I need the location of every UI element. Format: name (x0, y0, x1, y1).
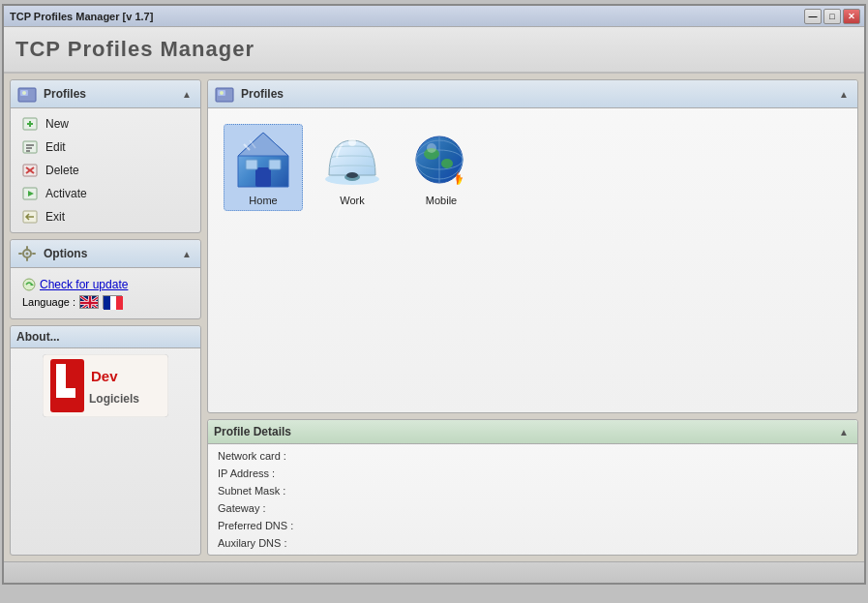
svg-rect-33 (104, 296, 110, 310)
svg-rect-37 (50, 359, 84, 412)
svg-point-61 (441, 159, 453, 168)
options-collapse-button[interactable]: ▲ (179, 246, 195, 261)
main-window: TCP Profiles Manager [v 1.7] — □ ✕ TCP P… (2, 4, 866, 585)
subnet-mask-label: Subnet Mask : (218, 483, 293, 498)
profiles-panel-collapse-button[interactable]: ▲ (836, 86, 852, 102)
status-bar (4, 561, 864, 583)
options-section-header: Options ▲ (11, 240, 200, 268)
window-title: TCP Profiles Manager [v 1.7] (8, 11, 153, 22)
devlogiciels-logo: Dev Logiciels (43, 354, 168, 417)
svg-point-2 (22, 91, 26, 95)
app-title: TCP Profiles Manager (15, 37, 254, 62)
close-button[interactable]: ✕ (843, 9, 860, 24)
check-update-link[interactable]: Check for update (22, 278, 189, 291)
new-menu-item[interactable]: New (13, 112, 198, 136)
preferred-dns-label: Preferred DNS : (218, 518, 293, 533)
activate-menu-item[interactable]: Activate (13, 182, 198, 205)
profiles-panel-header: Profiles ▲ (208, 80, 857, 108)
activate-icon (20, 185, 40, 202)
profiles-section-icon (16, 84, 38, 104)
activate-label: Activate (45, 187, 87, 200)
details-panel-title: Profile Details (214, 425, 291, 438)
svg-marker-46 (238, 133, 288, 156)
subnet-mask-value (301, 483, 848, 498)
flag-fr[interactable] (103, 295, 122, 309)
about-section: About... Dev (10, 325, 201, 556)
gateway-label: Gateway : (218, 500, 293, 516)
options-body: Check for update Language : (11, 268, 200, 318)
auxilary-dns-value (301, 535, 848, 551)
svg-rect-21 (32, 253, 36, 255)
profile-home[interactable]: Home (224, 124, 303, 211)
ip-address-label: IP Address : (218, 466, 293, 481)
home-profile-label: Home (249, 195, 277, 206)
svg-point-22 (23, 279, 35, 290)
profiles-panel: Profiles ▲ (207, 79, 858, 413)
about-logo: Dev Logiciels (43, 354, 168, 420)
home-profile-icon (232, 129, 294, 191)
profiles-panel-title: Profiles (241, 87, 284, 101)
about-section-title: About... (16, 330, 60, 344)
details-grid: Network card : IP Address : Subnet Mask … (208, 444, 857, 555)
edit-menu-item[interactable]: Edit (13, 136, 198, 159)
svg-rect-19 (26, 257, 28, 261)
details-panel: Profile Details ▲ Network card : IP Addr… (207, 419, 858, 556)
edit-icon (20, 138, 40, 156)
svg-rect-49 (269, 160, 281, 169)
options-section-icon (16, 244, 38, 263)
profiles-section-header: Profiles ▲ (11, 80, 200, 108)
profiles-grid: Home (208, 108, 857, 226)
flag-uk[interactable] (79, 295, 99, 309)
title-bar-buttons: — □ ✕ (804, 9, 860, 24)
delete-menu-item[interactable]: Delete (13, 159, 198, 182)
delete-label: Delete (45, 164, 79, 177)
about-section-header: About... (11, 326, 200, 348)
exit-label: Exit (45, 210, 65, 224)
work-profile-icon (321, 129, 383, 191)
preferred-dns-value (301, 518, 848, 533)
options-section-title: Options (44, 247, 87, 260)
minimize-button[interactable]: — (804, 9, 822, 24)
svg-text:Logiciels: Logiciels (89, 392, 139, 406)
svg-rect-39 (56, 388, 75, 398)
edit-label: Edit (45, 140, 66, 154)
about-content: Dev Logiciels (11, 348, 200, 426)
svg-text:Dev: Dev (91, 368, 118, 384)
svg-point-62 (427, 143, 436, 153)
svg-rect-18 (26, 246, 28, 250)
sidebar: Profiles ▲ New (4, 74, 207, 561)
delete-icon (20, 162, 40, 179)
svg-rect-35 (116, 296, 123, 310)
mobile-profile-icon (410, 129, 472, 191)
app-header: TCP Profiles Manager (4, 27, 864, 74)
work-profile-label: Work (340, 195, 364, 206)
language-row: Language : (22, 295, 189, 309)
svg-point-44 (220, 91, 224, 95)
profile-work[interactable]: Work (313, 124, 392, 211)
profiles-menu: New Edit (11, 108, 200, 232)
profiles-collapse-button[interactable]: ▲ (179, 86, 195, 102)
main-content: Profiles ▲ New (4, 74, 864, 561)
details-panel-collapse-button[interactable]: ▲ (836, 424, 852, 439)
ip-address-value (301, 466, 848, 481)
details-panel-header: Profile Details ▲ (208, 420, 857, 444)
new-icon (20, 115, 40, 133)
language-label: Language : (22, 296, 75, 308)
svg-rect-20 (18, 253, 22, 255)
profiles-section-title: Profiles (44, 87, 86, 101)
profiles-panel-icon (214, 84, 235, 104)
gateway-value (301, 500, 848, 516)
exit-menu-item[interactable]: Exit (13, 205, 198, 228)
profile-mobile[interactable]: Mobile (402, 124, 481, 211)
network-card-value (301, 448, 848, 464)
new-label: New (45, 117, 69, 131)
title-bar: TCP Profiles Manager [v 1.7] — □ ✕ (4, 6, 864, 27)
svg-rect-48 (246, 160, 257, 169)
svg-rect-34 (110, 296, 116, 310)
svg-rect-47 (255, 167, 271, 187)
options-section: Options ▲ Check for update (10, 239, 201, 319)
svg-point-17 (26, 253, 29, 256)
maximize-button[interactable]: □ (823, 9, 841, 24)
mobile-profile-label: Mobile (426, 195, 457, 206)
auxilary-dns-label: Auxilary DNS : (218, 535, 293, 551)
